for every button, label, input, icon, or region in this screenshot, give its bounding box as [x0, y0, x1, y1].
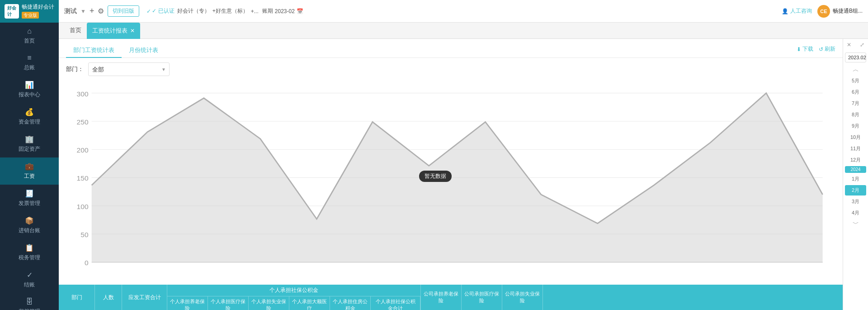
th-personal-big-medical: 个人承担大额医疗	[289, 296, 330, 310]
th-personal-pension: 个人承担养老保险	[167, 296, 208, 310]
close-icon[interactable]: ✕	[847, 42, 851, 48]
month-2024-4[interactable]: 4月	[845, 208, 866, 218]
topbar-right: 👤 人工咨询 CE 畅捷通B组...	[782, 5, 863, 18]
tab-home[interactable]: 首页	[64, 23, 87, 39]
sidebar-item-tax-label: 税务管理	[19, 254, 40, 262]
sidebar-item-checkout-label: 结账	[24, 281, 35, 289]
svg-text:50: 50	[80, 231, 88, 238]
month-5[interactable]: 5月	[845, 76, 866, 86]
scroll-up-arrow[interactable]: ︿	[851, 64, 860, 75]
th-personal-housing: 个人承担住房公积金	[330, 296, 371, 310]
sidebar-item-funds-label: 资金管理	[19, 118, 40, 126]
th-count: 人数	[95, 285, 122, 310]
sidebar: 好会计 畅捷通好会计 专业版 ⌂ 首页 ≡ 总账 📊 报表中心 💰 资金管理 🏢…	[0, 0, 59, 310]
sidebar-item-ledger-label: 总账	[24, 64, 35, 72]
svg-text:100: 100	[77, 203, 89, 210]
funds-icon: 💰	[25, 108, 34, 116]
panel-close-area: ✕ ⤢	[843, 39, 868, 51]
sidebar-item-checkout[interactable]: ✓ 结账	[0, 266, 59, 293]
topbar: 测试 ▼ + ⚙ 切到旧版 ✓ ✓ 已认证 好会计（专） +好生意（标） +..…	[59, 0, 868, 23]
month-2024-3[interactable]: 3月	[845, 196, 866, 207]
sidebar-item-salary[interactable]: 💼 工资	[0, 157, 59, 185]
badge-haokuaiji: 好会计（专）	[177, 7, 210, 15]
th-company-unemploy: 公司承担失业保险	[502, 285, 543, 310]
dept-select-wrapper: 全部 部门A 部门B ▼	[88, 62, 170, 76]
sub-tabs: 部门工资统计表 月份统计表 ⬇ 下载 ↺ 刷新	[59, 39, 843, 58]
main-area: 测试 ▼ + ⚙ 切到旧版 ✓ ✓ 已认证 好会计（专） +好生意（标） +..…	[59, 0, 868, 310]
logo-area: 好会计 畅捷通好会计 专业版	[0, 0, 59, 23]
sidebar-item-funds[interactable]: 💰 资金管理	[0, 103, 59, 130]
sidebar-nav: ⌂ 首页 ≡ 总账 📊 报表中心 💰 资金管理 🏢 固定资产 💼 工资 🧾 发票…	[0, 23, 59, 310]
app-name: 畅捷通好会计	[22, 4, 54, 11]
sub-tab-dept-label: 部门工资统计表	[73, 47, 114, 53]
chevron-down-icon[interactable]: ▼	[80, 8, 86, 14]
sidebar-item-ledger[interactable]: ≡ 总账	[0, 49, 59, 76]
month-7[interactable]: 7月	[845, 98, 866, 109]
period-label: 账期	[262, 7, 273, 15]
sub-tab-monthly[interactable]: 月份统计表	[122, 43, 165, 58]
help-label: 人工咨询	[790, 7, 812, 15]
add-button[interactable]: +	[90, 6, 94, 16]
dept-filter-label: 部门：	[66, 65, 84, 73]
user-menu[interactable]: CE 畅捷通B组...	[817, 5, 863, 18]
tab-home-label: 首页	[70, 26, 81, 34]
assets-icon: 🏢	[25, 135, 34, 143]
topbar-badges: ✓ ✓ 已认证 好会计（专） +好生意（标） +...	[146, 7, 258, 15]
badge-haoshengy: +好生意（标）	[212, 7, 248, 15]
reports-icon: 📊	[25, 81, 34, 89]
sidebar-item-reports[interactable]: 📊 报表中心	[0, 76, 59, 103]
logo-text: 畅捷通好会计 专业版	[22, 4, 54, 19]
content-area: 部门工资统计表 月份统计表 ⬇ 下载 ↺ 刷新	[59, 39, 868, 310]
logo-icon: 好会计	[5, 4, 19, 19]
sidebar-item-archive-label: 归档管理	[19, 308, 40, 310]
user-name: 畅捷通B组...	[833, 7, 863, 15]
chart-svg: 0 50 100 150 200 250 300	[66, 81, 835, 281]
th-personal-medical: 个人承担医疗保险	[208, 296, 249, 310]
month-12[interactable]: 12月	[845, 155, 866, 165]
sidebar-item-invoice-label: 发票管理	[19, 200, 40, 207]
expand-icon[interactable]: ⤢	[860, 42, 864, 48]
scroll-down-arrow[interactable]: ﹀	[851, 219, 860, 229]
invoice-icon: 🧾	[25, 189, 34, 198]
th-company-pension: 公司承担养老保险	[421, 285, 462, 310]
app-edition: 专业版	[22, 12, 39, 19]
dept-select[interactable]: 全部 部门A 部门B	[88, 62, 170, 76]
month-11[interactable]: 11月	[845, 143, 866, 154]
th-personal-total: 个人承担社保公积金合计	[371, 296, 420, 310]
sidebar-item-home[interactable]: ⌂ 首页	[0, 23, 59, 49]
home-icon: ⌂	[27, 27, 32, 35]
sidebar-item-tax[interactable]: 📋 税务管理	[0, 239, 59, 266]
download-button[interactable]: ⬇ 下载	[797, 45, 813, 53]
sidebar-item-invoice[interactable]: 🧾 发票管理	[0, 185, 59, 212]
sub-tab-dept[interactable]: 部门工资统计表	[66, 43, 122, 58]
month-6[interactable]: 6月	[845, 87, 866, 97]
th-dept: 部门	[59, 285, 95, 310]
month-2024-2[interactable]: 2月	[845, 185, 866, 196]
download-icon: ⬇	[797, 46, 801, 52]
month-10[interactable]: 10月	[845, 132, 866, 143]
month-8[interactable]: 8月	[845, 110, 866, 120]
sidebar-item-archive[interactable]: 🗄 归档管理	[0, 293, 59, 310]
sidebar-item-salary-label: 工资	[24, 172, 35, 180]
svg-text:250: 250	[77, 118, 89, 126]
gear-icon[interactable]: ⚙	[98, 7, 104, 15]
checkout-icon: ✓	[27, 271, 33, 279]
tax-icon: 📋	[25, 243, 34, 252]
calendar-icon[interactable]: 📅	[297, 8, 303, 14]
tab-salary-report[interactable]: 工资统计报表 ✕	[87, 23, 140, 39]
chart-area: 0 50 100 150 200 250 300	[59, 81, 843, 285]
refresh-icon: ↺	[819, 46, 823, 52]
month-2024-1[interactable]: 1月	[845, 174, 866, 184]
sidebar-item-assets[interactable]: 🏢 固定资产	[0, 130, 59, 157]
refresh-button[interactable]: ↺ 刷新	[819, 45, 835, 53]
sidebar-item-reports-label: 报表中心	[19, 91, 40, 99]
month-9[interactable]: 9月	[845, 121, 866, 131]
switch-version-button[interactable]: 切到旧版	[108, 5, 139, 17]
tab-close-icon[interactable]: ✕	[130, 28, 135, 34]
period-value: 2023-02	[275, 8, 295, 14]
help-button[interactable]: 👤 人工咨询	[782, 7, 812, 15]
sidebar-item-trade[interactable]: 📦 进销台账	[0, 212, 59, 239]
tab-salary-report-label: 工资统计报表	[92, 27, 127, 35]
certified-badge: ✓ ✓ 已认证	[146, 7, 174, 15]
trade-icon: 📦	[25, 216, 34, 225]
